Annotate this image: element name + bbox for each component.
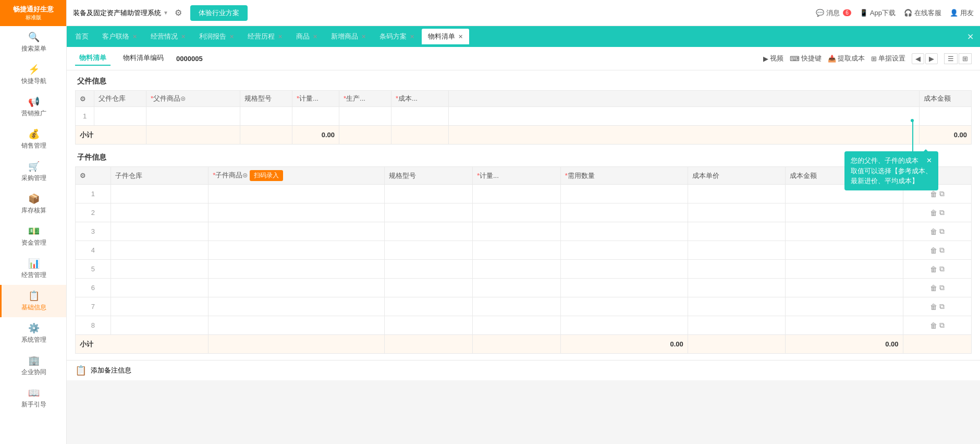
- copy-icon[interactable]: ⧉: [939, 208, 945, 217]
- child-unit-cell[interactable]: [472, 297, 560, 316]
- child-warehouse-cell[interactable]: [111, 260, 209, 279]
- tab-customer[interactable]: 客户联络 ✕: [96, 29, 143, 44]
- delete-icon[interactable]: 🗑: [930, 246, 937, 255]
- sidebar-item-system[interactable]: ⚙️ 系统管理: [0, 317, 66, 350]
- child-product-cell[interactable]: [209, 297, 385, 316]
- child-spec-cell[interactable]: [384, 203, 472, 222]
- child-spec-cell[interactable]: [384, 222, 472, 241]
- copy-icon[interactable]: ⧉: [939, 321, 945, 330]
- doc-setting-button[interactable]: ⊞ 单据设置: [871, 54, 905, 63]
- child-qty-cell[interactable]: [560, 241, 688, 260]
- child-product-cell[interactable]: [209, 222, 385, 241]
- child-price-cell[interactable]: [688, 222, 786, 241]
- sidebar-item-quicknav[interactable]: ⚡ 快捷导航: [0, 58, 66, 91]
- scan-button[interactable]: 扫码录入: [250, 170, 283, 181]
- sidebar-item-search[interactable]: 🔍 搜索菜单: [0, 26, 66, 58]
- tab-new-product[interactable]: 新增商品 ✕: [325, 29, 372, 44]
- list-view-button[interactable]: ☰: [944, 53, 958, 64]
- tab-history[interactable]: 经营历程 ✕: [241, 29, 289, 44]
- child-qty-cell[interactable]: [560, 297, 688, 316]
- delete-icon[interactable]: 🗑: [930, 209, 937, 217]
- parent-cost-cell[interactable]: [391, 107, 449, 126]
- child-product-cell[interactable]: [209, 203, 385, 222]
- parent-spec-cell[interactable]: [240, 107, 292, 126]
- gear-icon[interactable]: ⚙: [175, 8, 182, 18]
- sidebar-item-guide[interactable]: 📖 新手引导: [0, 382, 66, 414]
- next-arrow-button[interactable]: ▶: [925, 53, 938, 64]
- child-unit-cell[interactable]: [472, 279, 560, 297]
- child-unit-cell[interactable]: [472, 241, 560, 260]
- tab-profit[interactable]: 利润报告 ✕: [193, 29, 240, 44]
- child-warehouse-cell[interactable]: [111, 279, 209, 297]
- child-unit-cell[interactable]: [472, 316, 560, 335]
- delete-icon[interactable]: 🗑: [930, 303, 937, 311]
- child-qty-cell[interactable]: [560, 260, 688, 279]
- tab-close-icon[interactable]: ✕: [361, 33, 366, 40]
- sidebar-item-basic[interactable]: 📋 基础信息: [0, 285, 66, 317]
- tab-close-icon[interactable]: ✕: [181, 33, 186, 40]
- child-product-cell[interactable]: [209, 185, 385, 203]
- child-warehouse-cell[interactable]: [111, 297, 209, 316]
- sub-tab-code[interactable]: 物料清单编码: [119, 51, 168, 66]
- notes-label[interactable]: 添加备注信息: [91, 366, 131, 375]
- child-qty-cell[interactable]: [560, 222, 688, 241]
- copy-icon[interactable]: ⧉: [939, 302, 945, 311]
- child-price-cell[interactable]: [688, 279, 786, 297]
- child-unit-cell[interactable]: [472, 260, 560, 279]
- view-video-button[interactable]: ▶ 视频: [763, 54, 783, 63]
- sidebar-item-purchase[interactable]: 🛒 采购管理: [0, 155, 66, 188]
- tab-operations[interactable]: 经营情况 ✕: [144, 29, 192, 44]
- tab-close-icon[interactable]: ✕: [229, 33, 234, 40]
- child-price-cell[interactable]: [688, 203, 786, 222]
- delete-icon[interactable]: 🗑: [930, 284, 937, 292]
- child-spec-cell[interactable]: [384, 185, 472, 203]
- tab-home[interactable]: 首页: [69, 29, 95, 44]
- shortcut-button[interactable]: ⌨ 快捷键: [790, 54, 822, 63]
- user-item[interactable]: 👤 用友: [950, 8, 974, 18]
- child-spec-cell[interactable]: [384, 279, 472, 297]
- parent-product-cell[interactable]: [146, 107, 240, 126]
- tab-close-icon[interactable]: ✕: [458, 33, 463, 40]
- copy-icon[interactable]: ⧉: [939, 227, 945, 236]
- child-price-cell[interactable]: [688, 316, 786, 335]
- tab-bom[interactable]: 物料清单 ✕: [422, 29, 469, 44]
- sidebar-item-operations[interactable]: 📊 经营管理: [0, 253, 66, 285]
- child-spec-cell[interactable]: [384, 241, 472, 260]
- child-spec-cell[interactable]: [384, 297, 472, 316]
- copy-icon[interactable]: ⧉: [939, 265, 945, 273]
- child-unit-cell[interactable]: [472, 185, 560, 203]
- sub-tab-bom[interactable]: 物料清单: [75, 51, 111, 66]
- child-price-cell[interactable]: [688, 241, 786, 260]
- child-unit-cell[interactable]: [472, 222, 560, 241]
- tab-close-icon[interactable]: ✕: [278, 33, 283, 40]
- sidebar-item-sales[interactable]: 💰 销售管理: [0, 123, 66, 155]
- app-download-item[interactable]: 📱 App下载: [860, 8, 896, 18]
- message-item[interactable]: 💬 消息 6: [816, 8, 851, 18]
- tab-close-icon[interactable]: ✕: [132, 33, 137, 40]
- grid-view-button[interactable]: ⊞: [959, 53, 972, 64]
- child-qty-cell[interactable]: [560, 185, 688, 203]
- child-warehouse-cell[interactable]: [111, 185, 209, 203]
- child-product-cell[interactable]: [209, 316, 385, 335]
- child-product-cell[interactable]: [209, 260, 385, 279]
- delete-icon[interactable]: 🗑: [930, 321, 937, 330]
- close-all-tabs-button[interactable]: ✕: [963, 30, 978, 44]
- copy-icon[interactable]: ⧉: [939, 283, 945, 292]
- child-price-cell[interactable]: [688, 297, 786, 316]
- trial-button[interactable]: 体验行业方案: [190, 5, 248, 21]
- delete-icon[interactable]: 🗑: [930, 190, 937, 198]
- online-service-item[interactable]: 🎧 在线客服: [904, 8, 941, 18]
- delete-icon[interactable]: 🗑: [930, 265, 937, 273]
- tab-products[interactable]: 商品 ✕: [290, 29, 324, 44]
- child-spec-cell[interactable]: [384, 260, 472, 279]
- child-price-cell[interactable]: [688, 185, 786, 203]
- child-spec-cell[interactable]: [384, 316, 472, 335]
- sidebar-item-inventory[interactable]: 📦 库存核算: [0, 188, 66, 220]
- child-price-cell[interactable]: [688, 260, 786, 279]
- copy-icon[interactable]: ⧉: [939, 189, 945, 198]
- parent-warehouse-cell[interactable]: [94, 107, 146, 126]
- child-qty-cell[interactable]: [560, 316, 688, 335]
- prev-arrow-button[interactable]: ◀: [912, 53, 924, 64]
- tab-barcode[interactable]: 条码方案 ✕: [373, 29, 421, 44]
- child-qty-cell[interactable]: [560, 279, 688, 297]
